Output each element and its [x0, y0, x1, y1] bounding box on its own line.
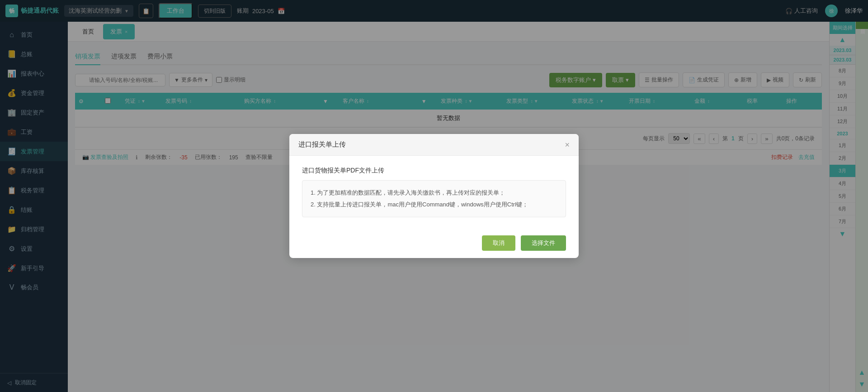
modal-header: 进口报关单上传 ×: [289, 134, 579, 156]
modal-footer: 取消 选择文件: [289, 228, 579, 258]
modal-info-item-2: 2. 支持批量上传进口报关单，mac用户使用Command键，windows用户…: [311, 199, 557, 210]
import-modal: 进口报关单上传 × 进口货物报关单PDF文件上传 1. 为了更加精准的数据匹配，…: [289, 134, 579, 258]
modal-info-item-1: 1. 为了更加精准的数据匹配，请先录入海关缴款书，再上传对应的报关单；: [311, 187, 557, 199]
modal-select-file-button[interactable]: 选择文件: [521, 235, 566, 251]
modal-info-box: 1. 为了更加精准的数据匹配，请先录入海关缴款书，再上传对应的报关单； 2. 支…: [302, 180, 566, 217]
modal-body: 进口货物报关单PDF文件上传 1. 为了更加精准的数据匹配，请先录入海关缴款书，…: [289, 156, 579, 228]
modal-section-title: 进口货物报关单PDF文件上传: [302, 167, 566, 175]
modal-title: 进口报关单上传: [298, 140, 346, 149]
modal-overlay[interactable]: 进口报关单上传 × 进口货物报关单PDF文件上传 1. 为了更加精准的数据匹配，…: [0, 0, 868, 392]
modal-cancel-button[interactable]: 取消: [482, 235, 515, 251]
modal-close-button[interactable]: ×: [565, 141, 570, 149]
